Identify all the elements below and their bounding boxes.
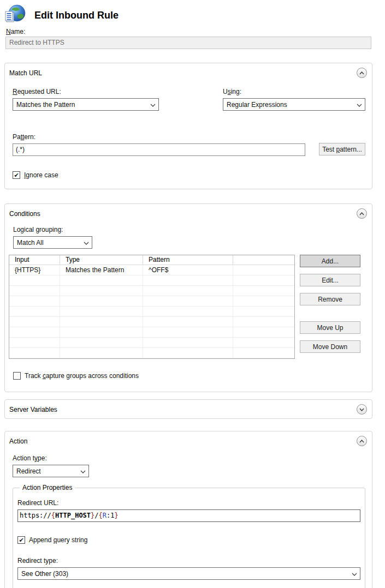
name-label: Name: <box>6 28 385 35</box>
table-cell <box>233 286 294 296</box>
table-cell <box>233 317 294 327</box>
table-header-cell[interactable] <box>233 255 294 265</box>
table-cell <box>60 317 143 327</box>
table-cell <box>9 307 60 317</box>
table-cell <box>9 275 60 286</box>
table-cell <box>9 317 60 327</box>
action-header: Action <box>5 431 372 448</box>
url-token-brace: { <box>99 512 103 519</box>
table-cell <box>60 275 143 286</box>
url-token-variable: HTTP_HOST <box>55 512 91 519</box>
track-capture-label: Track capture groups across conditions <box>25 372 139 380</box>
table-row-empty <box>9 348 294 358</box>
conditions-table[interactable]: InputTypePattern {HTTPS}Matches the Patt… <box>9 255 295 359</box>
conditions-buttons: Add... Edit... Remove Move Up Move Down <box>300 255 360 359</box>
table-header-cell[interactable]: Input <box>9 255 60 265</box>
chevron-down-icon <box>80 467 86 475</box>
table-header-cell[interactable]: Type <box>60 255 143 265</box>
server-variables-title: Server Variables <box>9 406 57 413</box>
table-cell <box>233 307 294 317</box>
table-row[interactable]: {HTTPS}Matches the Pattern^OFF$ <box>9 265 294 275</box>
table-row-empty <box>9 296 294 307</box>
action-title: Action <box>9 437 27 445</box>
table-cell <box>143 286 233 296</box>
match-url-panel: Match URL Requested URL: Matches the Pat… <box>4 63 372 189</box>
table-row-empty <box>9 275 294 286</box>
ignore-case-checkbox[interactable] <box>13 171 20 179</box>
track-capture-checkbox[interactable] <box>13 372 21 380</box>
collapse-chevron-icon[interactable] <box>357 436 367 446</box>
requested-url-select[interactable]: Matches the Pattern <box>13 98 159 111</box>
redirect-url-label: Redirect URL: <box>17 499 360 507</box>
move-down-button[interactable]: Move Down <box>300 340 360 353</box>
chevron-down-icon <box>357 101 362 109</box>
table-cell <box>60 338 143 348</box>
logical-grouping-select[interactable]: Match All <box>13 236 92 249</box>
append-query-checkbox[interactable] <box>17 536 25 544</box>
collapse-chevron-icon[interactable] <box>357 68 367 78</box>
url-token-reference: R <box>103 512 106 519</box>
ignore-case-label: Ignore case <box>24 171 58 179</box>
using-select[interactable]: Regular Expressions <box>223 98 365 111</box>
table-cell <box>143 338 233 348</box>
chevron-down-icon <box>84 239 89 247</box>
table-cell[interactable]: ^OFF$ <box>143 265 233 275</box>
url-rewrite-rule-icon <box>4 4 27 26</box>
track-capture-row: Track capture groups across conditions <box>13 372 366 380</box>
table-cell <box>233 338 294 348</box>
match-url-title: Match URL <box>9 69 42 77</box>
table-cell <box>233 327 294 338</box>
conditions-table-head: InputTypePattern <box>9 255 294 265</box>
action-type-select[interactable]: Redirect <box>13 465 89 477</box>
using-label: Using: <box>223 88 365 95</box>
table-cell <box>143 317 233 327</box>
logical-grouping-label: Logical grouping: <box>13 226 366 233</box>
append-query-row: Append query string <box>17 536 360 544</box>
conditions-title: Conditions <box>9 210 40 218</box>
collapse-chevron-icon[interactable] <box>357 208 367 219</box>
conditions-header: Conditions <box>5 204 372 221</box>
url-token-plain: :1 <box>106 512 114 519</box>
table-cell <box>9 348 60 358</box>
move-up-button[interactable]: Move Up <box>300 321 360 334</box>
table-cell <box>60 296 143 307</box>
expand-chevron-icon[interactable] <box>357 404 367 415</box>
table-cell <box>60 327 143 338</box>
test-pattern-button[interactable]: Test pattern... <box>319 143 365 155</box>
table-row-empty <box>9 338 294 348</box>
table-cell[interactable]: Matches the Pattern <box>60 265 143 275</box>
action-properties-legend: Action Properties <box>20 484 75 491</box>
table-cell <box>143 296 233 307</box>
redirect-type-select[interactable]: See Other (303) <box>17 567 360 580</box>
table-row-empty <box>9 327 294 338</box>
add-button[interactable]: Add... <box>300 255 360 267</box>
table-cell <box>233 275 294 286</box>
table-cell <box>143 307 233 317</box>
append-query-label: Append query string <box>29 536 87 544</box>
table-header-cell[interactable]: Pattern <box>143 255 233 265</box>
table-row-empty <box>9 307 294 317</box>
server-variables-panel: Server Variables <box>4 399 372 419</box>
server-variables-header: Server Variables <box>5 400 372 418</box>
chevron-down-icon <box>352 570 357 578</box>
edit-button[interactable]: Edit... <box>300 274 360 286</box>
table-cell <box>9 327 60 338</box>
remove-button[interactable]: Remove <box>300 293 360 305</box>
pattern-input[interactable]: (.*) <box>13 143 305 156</box>
table-cell <box>9 338 60 348</box>
table-cell[interactable]: {HTTPS} <box>9 265 60 275</box>
conditions-panel: Conditions Logical grouping: Match All I… <box>4 203 372 392</box>
requested-url-label: Requested URL: <box>13 88 159 95</box>
table-cell <box>233 296 294 307</box>
table-cell <box>9 296 60 307</box>
page-title: Edit Inbound Rule <box>34 10 119 21</box>
table-cell <box>233 348 294 358</box>
url-token-brace: } <box>114 512 118 519</box>
table-cell[interactable] <box>233 265 294 275</box>
url-token-brace: { <box>51 512 55 519</box>
action-properties-group: Action Properties Redirect URL: https://… <box>13 484 365 588</box>
table-row-empty <box>9 317 294 327</box>
redirect-url-input[interactable]: https://{HTTP_HOST}/{R:1} <box>17 509 360 522</box>
url-token-plain: https:// <box>20 512 51 519</box>
table-cell <box>143 348 233 358</box>
